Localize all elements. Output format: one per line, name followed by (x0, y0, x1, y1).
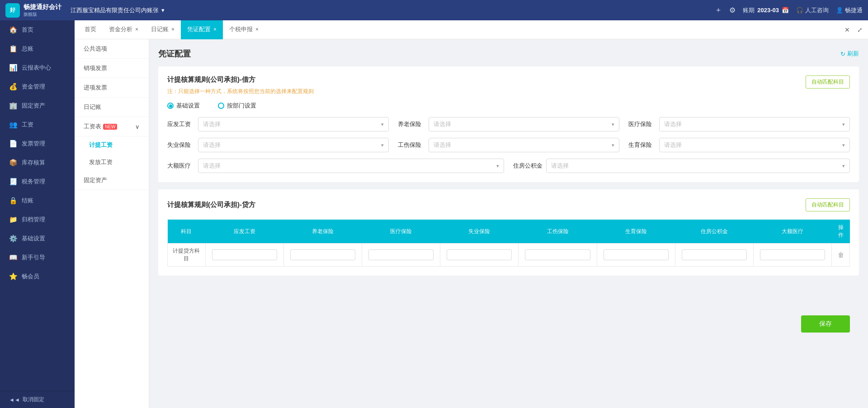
lm-fixed-assets[interactable]: 固定资产 (75, 171, 149, 190)
lm-payroll-table[interactable]: 工资表NEW ∨ (75, 117, 149, 136)
sidebar-item-inventory[interactable]: 📦 库存核算 (0, 153, 75, 172)
select-dae-yiliao[interactable]: 请选择 ▾ (198, 159, 504, 173)
logo-text: 畅捷通好会计 旗舰版 (24, 3, 61, 18)
tab-tax[interactable]: 个税申报 × (223, 20, 265, 39)
building-icon: 🏢 (9, 102, 17, 110)
tab-voucher-close[interactable]: × (213, 26, 217, 33)
delete-icon[interactable]: 🗑 (838, 251, 844, 258)
tab-home[interactable]: 首页 (78, 20, 103, 39)
select-yanglao[interactable]: 请选择 ▾ (429, 117, 619, 131)
sidebar-item-member[interactable]: ⭐ 畅会员 (0, 267, 75, 286)
cell-yiliao (362, 244, 440, 267)
lm-purchase[interactable]: 进项发票 (75, 78, 149, 98)
tab-close-btn[interactable]: ✕ (843, 24, 852, 35)
input-yingfa[interactable] (212, 249, 277, 260)
radio-dept[interactable]: 按部门设置 (218, 102, 256, 110)
select-yingfa-placeholder: 请选择 (203, 120, 221, 128)
tab-right-controls: ✕ ⤢ (843, 24, 864, 35)
tab-tax-close[interactable]: × (255, 26, 259, 33)
label-dae-yiliao: 大额医疗 (167, 162, 194, 170)
sidebar-item-label: 税务管理 (22, 178, 45, 186)
input-shiye[interactable] (447, 249, 512, 260)
sidebar-item-assets[interactable]: 🏢 固定资产 (0, 96, 75, 115)
lm-fixed-assets-label: 固定资产 (84, 177, 107, 183)
input-zhufang[interactable] (682, 249, 747, 260)
label-zhufang: 住房公积金 (513, 162, 542, 170)
input-dae[interactable] (760, 249, 825, 260)
sidebar-item-archive[interactable]: 📁 归档管理 (0, 210, 75, 229)
logo-area: 好 畅捷通好会计 旗舰版 (5, 3, 61, 18)
lm-accrual[interactable]: 计提工资 (75, 136, 149, 154)
sidebar-item-label: 新手引导 (22, 253, 45, 262)
tab-voucher-label: 凭证配置 (187, 25, 211, 33)
lm-journal-label: 日记账 (84, 103, 101, 110)
select-shengyu[interactable]: 请选择 ▾ (659, 138, 850, 152)
col-action: 操作 (832, 220, 850, 244)
sidebar-item-tax[interactable]: 🧾 税务管理 (0, 172, 75, 191)
sidebar-item-label: 工资 (22, 121, 33, 129)
logo-icon: 好 (5, 3, 20, 18)
add-button[interactable]: ＋ (715, 5, 722, 15)
refresh-button[interactable]: ↻ 刷新 (840, 50, 859, 58)
company-selector[interactable]: 江西服宝精品有限责任公司内账张 ▾ (71, 6, 165, 14)
sidebar-item-funds[interactable]: 💰 资金管理 (0, 77, 75, 96)
lm-journal[interactable]: 日记账 (75, 98, 149, 117)
sidebar-item-basic[interactable]: ⚙️ 基础设置 (0, 229, 75, 248)
field-yingfa: 应发工资 请选择 ▾ (167, 117, 389, 131)
chart-icon: 📊 (9, 64, 17, 72)
tab-voucher-config[interactable]: 凭证配置 × (181, 20, 223, 39)
sidebar-item-close[interactable]: 🔒 结账 (0, 191, 75, 210)
table-row: 计提贷方科目 (168, 244, 850, 267)
tab-journal-close[interactable]: × (171, 26, 175, 33)
user-area[interactable]: 👤 畅捷通 (836, 6, 863, 14)
input-yiliao[interactable] (368, 249, 434, 260)
sidebar-item-general[interactable]: 📋 总账 (0, 39, 75, 58)
tab-funds[interactable]: 资金分析 × (103, 20, 145, 39)
headset-icon: 🎧 (796, 7, 803, 14)
input-gongshang[interactable] (525, 249, 590, 260)
tab-expand-btn[interactable]: ⤢ (855, 24, 864, 35)
debit-form-row3: 大额医疗 请选择 ▾ 住房公积金 请选择 (167, 159, 850, 173)
sidebar-item-salary[interactable]: 👥 工资 (0, 115, 75, 134)
radio-basic[interactable]: 基础设置 (167, 102, 200, 110)
lm-accrual-label: 计提工资 (89, 141, 113, 148)
tab-funds-close[interactable]: × (135, 26, 138, 33)
lm-public[interactable]: 公共选项 (75, 39, 149, 59)
select-shiye[interactable]: 请选择 ▾ (198, 138, 389, 152)
auto-match-debit-button[interactable]: 自动匹配科目 (806, 75, 850, 89)
col-yingfa: 应发工资 (205, 220, 283, 244)
select-shiye-placeholder: 请选择 (203, 141, 221, 149)
radio-basic-label: 基础设置 (176, 102, 200, 110)
box-icon: 📦 (9, 159, 17, 167)
sidebar-item-invoice[interactable]: 📄 发票管理 (0, 134, 75, 153)
cancel-fixed-button[interactable]: ◄◄ 取消固定 (0, 391, 75, 408)
select-gongshang[interactable]: 请选择 ▾ (429, 138, 619, 152)
input-yanglao[interactable] (290, 249, 355, 260)
arrow-left-icon: ◄◄ (9, 397, 20, 403)
save-button[interactable]: 保存 (801, 315, 850, 333)
top-bar: 好 畅捷通好会计 旗舰版 江西服宝精品有限责任公司内账张 ▾ ＋ ⚙ 账期 20… (0, 0, 868, 20)
cell-action: 🗑 (832, 244, 850, 267)
input-shengyu[interactable] (604, 249, 669, 260)
select-zhufang[interactable]: 请选择 ▾ (546, 159, 850, 173)
debit-form-row1: 应发工资 请选择 ▾ 养老保险 请选择 (167, 117, 850, 131)
radio-basic-circle (167, 103, 174, 109)
settings-icon[interactable]: ⚙ (729, 6, 736, 14)
consult-button[interactable]: 🎧 人工咨询 (796, 6, 829, 14)
tab-journal[interactable]: 日记账 × (145, 20, 181, 39)
lm-payroll-label: 工资表NEW (84, 122, 117, 131)
cell-zhufang (675, 244, 753, 267)
lm-sales[interactable]: 销项发票 (75, 59, 149, 78)
sidebar-item-home[interactable]: 🏠 首页 (0, 20, 75, 39)
select-yiliao[interactable]: 请选择 ▾ (659, 117, 850, 131)
chevron-down-icon: ▾ (161, 7, 165, 14)
calendar-icon[interactable]: 📅 (782, 7, 789, 14)
sidebar-item-guide[interactable]: 📖 新手引导 (0, 248, 75, 267)
star-icon: ⭐ (9, 272, 17, 281)
credit-table-body: 计提贷方科目 (168, 244, 850, 267)
auto-match-credit-button[interactable]: 自动匹配科目 (806, 198, 850, 211)
select-yingfa[interactable]: 请选择 ▾ (198, 117, 389, 131)
sidebar-item-reports[interactable]: 📊 云报表中心 (0, 58, 75, 77)
cancel-fixed-label: 取消固定 (23, 396, 44, 403)
lm-payout[interactable]: 发放工资 (75, 154, 149, 171)
